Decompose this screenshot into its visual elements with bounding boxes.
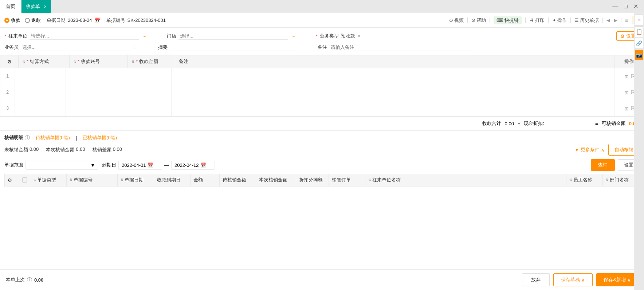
staff-more-icon[interactable]: ··· [134,45,138,50]
radio-refund-label: 退款 [31,17,41,24]
shortcut-label: 快捷键 [504,17,519,24]
danjv-range-select[interactable]: ▼ [25,161,98,170]
row3-delete-icon[interactable]: 🗑 [624,105,629,111]
sort-jiesuan-icon[interactable]: ⇅ [22,60,25,64]
pending-tab[interactable]: 待核销单据(0笔) [36,134,70,141]
staff-input[interactable] [21,44,130,51]
counterpart-field: * 往来单位 ··· [4,32,146,40]
sort-date-icon[interactable]: ⇅ [121,178,123,182]
th-jine: ⇅ 收款金额 [128,55,175,68]
minimize-button[interactable]: — [611,3,620,10]
row2-delete-icon[interactable]: 🗑 [624,89,629,95]
sort-staff-icon[interactable]: ⇅ [569,178,572,182]
counterpart-more-icon[interactable]: ··· [142,34,146,39]
history-button[interactable]: ☰ 历史单据 [574,17,599,24]
right-panel-item-4[interactable]: 📷 [635,50,643,60]
more-conditions-button[interactable]: ▼ 更多条件 ∧ [574,146,605,153]
radio-receipt-label: 收款 [11,17,20,24]
sort-jine-icon[interactable]: ⇅ [131,60,134,64]
date-to-value: 2022-04-12 [174,162,199,168]
hexiao-actions: ▼ 更多条件 ∧ 自动核销 [574,144,640,156]
row3-beizhu[interactable] [172,100,614,116]
row2-jine[interactable] [124,84,172,100]
row1-jine[interactable] [124,68,172,84]
save-new-button[interactable]: 保存&新增 ∧ [596,273,638,286]
radio-refund[interactable]: 退款 [25,17,41,24]
hexiao-info-icon[interactable]: i [25,135,30,140]
row3-shoukuan[interactable] [66,100,124,116]
sort-type-icon[interactable]: ⇅ [33,178,36,182]
nav-next-icon[interactable]: ▶ [614,17,617,23]
radio-receipt[interactable]: 收款 [4,17,20,24]
bth-receipt-date: 收款到期日 [154,174,191,186]
video-link[interactable]: ⊙ 视频 [449,17,464,24]
maximize-button[interactable]: □ [623,3,629,10]
bottom-info-icon[interactable]: i [27,277,32,282]
save-draft-button[interactable]: 保存草稿 ∧ [553,273,593,286]
select-all-checkbox[interactable] [22,177,27,183]
sort-dept-icon[interactable]: ⇅ [606,178,609,182]
biztype-value: 预收款 [341,33,355,39]
query-button[interactable]: 查询 [591,159,615,171]
row2-idx: 2 [0,84,15,100]
row2-jiesuan[interactable] [15,84,66,100]
date-label: 单据日期 [47,17,66,24]
biztype-chevron-icon[interactable]: ▼ [357,34,361,38]
done-tab[interactable]: 已核销单据(0笔) [83,134,117,141]
operations-button[interactable]: ✦ 操作 [552,17,567,24]
save-draft-label: 保存草稿 [561,277,580,283]
th-gear[interactable]: ⚙ [0,55,19,68]
nav-prev-icon[interactable]: ◀ [606,17,610,23]
row2-shoukuan[interactable] [66,84,124,100]
tab-bar-right: — □ ✕ [611,3,644,10]
summary-input[interactable] [170,44,297,51]
sort-counterpart-icon[interactable]: ⇅ [368,178,371,182]
row1-delete-icon[interactable]: 🗑 [624,73,629,79]
tab-home[interactable]: 首页 [0,0,21,13]
close-button[interactable]: ✕ [632,3,640,10]
date-icon[interactable]: 📅 [94,17,101,23]
right-panel-item-1[interactable]: ≡ [635,15,643,26]
bth-gear[interactable]: ⚙ [5,174,19,186]
shortcut-button[interactable]: ⌨ 快捷键 [494,16,522,24]
row2-beizhu[interactable] [172,84,614,100]
right-panel-item-3[interactable]: 🔗 [635,38,643,49]
danjv-range-label: 单据范围 [4,162,23,168]
abandon-button[interactable]: 放弃 [522,273,550,286]
row1-shoukuan[interactable] [66,68,124,84]
save-draft-chevron-icon[interactable]: ∧ [581,277,585,283]
date-from-picker[interactable]: 2022-04-01 📅 [118,161,162,170]
toolbar: 收款 退款 单据日期 2023-03-24 📅 单据编号 SK-20230324… [0,13,644,28]
store-more-icon[interactable]: ··· [291,34,295,39]
tab-receipt[interactable]: 收款单 × [21,0,51,13]
right-panel-item-2[interactable]: 📋 [635,26,643,37]
date-to-picker[interactable]: 2022-04-12 📅 [171,161,215,170]
wei-stat: 未核销金额 0.00 [4,146,39,153]
help-link[interactable]: ⊙ 帮助 [471,17,486,24]
list-view-icon[interactable]: ≡ [625,17,628,24]
row3-jine[interactable] [124,100,172,116]
cal-to-icon: 📅 [200,162,206,168]
store-input[interactable] [178,32,288,40]
sort-no-icon[interactable]: ⇅ [70,178,72,182]
print-button[interactable]: 🖨 打印 [529,17,545,24]
xianjian-input[interactable] [548,120,592,127]
no-value: SK-20230324-001 [127,17,166,23]
chevron-more-icon: ∧ [601,147,605,153]
note-input[interactable] [329,44,475,51]
row3-jiesuan[interactable] [15,100,66,116]
row1-beizhu[interactable] [172,68,614,84]
sort-shoukuan-icon[interactable]: ⇅ [73,60,76,64]
help-label: 帮助 [476,17,486,24]
print-label: 打印 [535,17,545,24]
bottom-table: ⚙ ⇅ 单据类型 ⇅ 单据编号 ⇅ 单据日期 收款到期日 [4,174,640,187]
danjv-range-chevron-icon: ▼ [90,162,95,168]
history-icon: ☰ [574,17,579,23]
gear-setting-icon: ⚙ [620,34,625,39]
benci-value: 0.00 [76,146,85,153]
save-new-chevron-icon[interactable]: ∧ [627,277,631,283]
counterpart-label: 往来单位 [8,33,27,39]
tab-close-icon[interactable]: × [44,4,47,9]
counterpart-input[interactable] [30,32,139,40]
row1-jiesuan[interactable] [15,68,66,84]
